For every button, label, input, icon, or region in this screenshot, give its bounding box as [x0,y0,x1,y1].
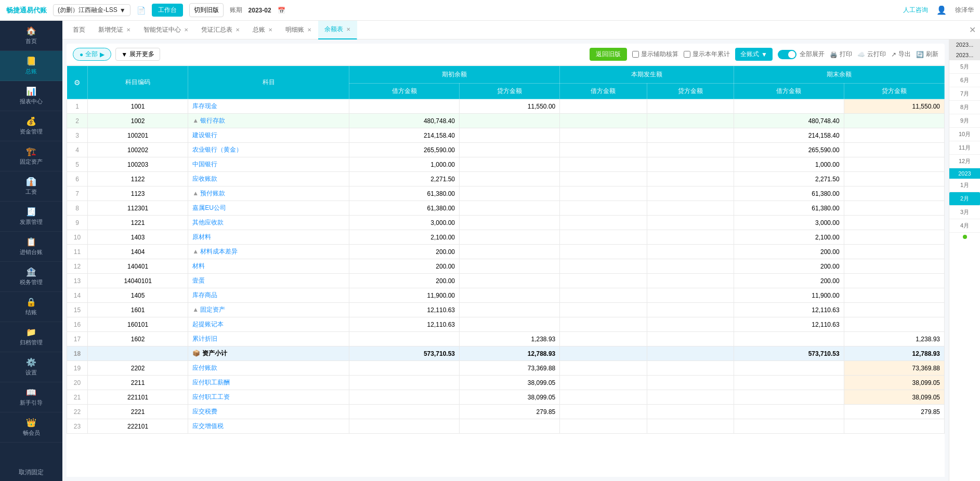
switch-version-button[interactable]: 切到旧版 [189,3,224,17]
workbench-button[interactable]: 工作台 [152,4,183,17]
account-name-link[interactable]: 应交增值税 [192,422,224,430]
account-name-link[interactable]: 材料成本差异 [200,248,238,255]
tab-voucher-summary-close[interactable]: ✕ [236,27,240,33]
account-name-link[interactable]: 应交税费 [192,408,217,415]
tab-general-ledger[interactable]: 总账 ✕ [246,21,279,39]
tab-balance-close[interactable]: ✕ [346,26,350,32]
row-name[interactable]: 原材料 [188,230,349,245]
sidebar-item-funds[interactable]: 💰 资金管理 [0,111,62,141]
tab-voucher-summary[interactable]: 凭证汇总表 ✕ [195,21,246,39]
show-aux-input[interactable] [632,51,639,58]
row-name[interactable]: 壹蛋 [188,274,349,288]
row-name[interactable]: 材料 [188,259,349,274]
cloud-print-button[interactable]: ☁️ 云打印 [857,50,886,59]
date-month-10[interactable]: 10月 [949,128,980,141]
date-year-prev2[interactable]: 2023... [949,50,980,60]
tab-home[interactable]: 首页 [67,21,92,39]
account-name-link[interactable]: 预付账款 [200,190,225,197]
account-name-link[interactable]: 建设银行 [192,131,217,139]
export-button[interactable]: ↗ 导出 [891,50,911,59]
expand-more-button[interactable]: ▼ 展开更多 [115,48,160,61]
sidebar-item-invoice[interactable]: 🧾 发票管理 [0,202,62,232]
tab-detail-ledger[interactable]: 明细账 ✕ [279,21,318,39]
account-name-link[interactable]: 应付职工工资 [192,393,230,400]
show-ytd-checkbox[interactable]: 显示本年累计 [684,50,730,59]
company-selector[interactable]: (勿删）江西融金-LSS ▼ [53,4,130,16]
tab-smart-voucher-close[interactable]: ✕ [184,27,188,33]
sidebar-item-ledger[interactable]: 📒 总账 [0,51,62,81]
tab-balance[interactable]: 余额表 ✕ [318,21,357,39]
date-month-2[interactable]: 2月 [949,192,980,206]
sidebar-item-reports[interactable]: 📊 报表中心 [0,81,62,111]
date-year-prev[interactable]: 2023... [949,39,980,50]
switch-track[interactable] [778,50,796,59]
account-name-link[interactable]: 累计折旧 [192,335,217,342]
account-name-link[interactable]: 应收账款 [192,175,217,182]
sidebar-item-assets[interactable]: 🏗️ 固定资产 [0,141,62,171]
expand-all-toggle[interactable]: 全部展开 [778,50,825,59]
account-name-link[interactable]: 材料 [192,262,205,270]
sidebar-item-close[interactable]: 🔒 结账 [0,292,62,322]
sidebar-item-sales[interactable]: 📋 进销台账 [0,232,62,262]
date-month-3[interactable]: 3月 [949,206,980,219]
row-name[interactable]: 嘉属EU公司 [188,201,349,216]
tab-new-voucher[interactable]: 新增凭证 ✕ [92,21,137,39]
account-name-link[interactable]: 固定资产 [200,306,225,313]
date-month-12[interactable]: 12月 [949,155,980,168]
account-name-link[interactable]: 壹蛋 [192,277,205,284]
sidebar-item-payroll[interactable]: 👔 工资 [0,171,62,202]
return-old-version-button[interactable]: 返回旧版 [590,48,627,61]
refresh-button[interactable]: 🔄 刷新 [916,50,938,59]
account-name-link[interactable]: 起提账记本 [192,320,224,328]
row-name[interactable]: 应付职工工资 [188,390,349,405]
row-name[interactable]: ▲ 材料成本差异 [188,245,349,259]
print-button[interactable]: 🖨️ 打印 [830,50,852,59]
account-name-link[interactable]: 农业银行（黄金） [192,146,242,153]
sidebar-item-home[interactable]: 🏠 首页 [0,21,62,51]
date-month-11[interactable]: 11月 [949,141,980,155]
row-name[interactable]: 累计折旧 [188,332,349,346]
row-name[interactable]: 建设银行 [188,128,349,143]
sidebar-item-archive[interactable]: 📁 归档管理 [0,322,62,352]
account-name-link[interactable]: 银行存款 [200,117,225,124]
sidebar-footer[interactable]: 取消固定 [0,464,62,481]
row-name[interactable]: 库存现金 [188,99,349,114]
filter-all-button[interactable]: ● 全部 ▶ [73,48,111,61]
date-month-8[interactable]: 8月 [949,101,980,114]
show-aux-checkbox[interactable]: 显示辅助核算 [632,50,678,59]
row-name[interactable]: ▲ 预付账款 [188,186,349,201]
tab-general-ledger-close[interactable]: ✕ [268,27,272,33]
date-year-2023[interactable]: 2023 [949,168,980,179]
account-name-link[interactable]: 应付账款 [192,364,217,371]
date-month-6[interactable]: 6月 [949,74,980,87]
date-month-1[interactable]: 1月 [949,179,980,192]
row-name[interactable]: 应付职工薪酬 [188,376,349,390]
sidebar-item-tax[interactable]: 🏦 税务管理 [0,262,62,292]
row-name[interactable]: 应收账款 [188,172,349,186]
consult-link[interactable]: 人工咨询 [903,6,928,15]
row-name[interactable]: 其他应收款 [188,216,349,230]
date-month-9[interactable]: 9月 [949,114,980,128]
sidebar-item-member[interactable]: 👑 畅会员 [0,412,62,443]
tab-new-voucher-close[interactable]: ✕ [126,27,130,33]
account-name-link[interactable]: 其他应收款 [192,219,224,226]
tab-bar-close-button[interactable]: ✕ [969,25,976,35]
row-name[interactable]: 中国银行 [188,157,349,172]
account-name-link[interactable]: 嘉属EU公司 [192,204,226,211]
balance-table-container[interactable]: ⚙ 科目编码 科目 期初余额 本期发生额 期末余额 借方金额 贷方金额 借方金额 [67,65,945,477]
full-mode-button[interactable]: 全账式 ▼ [735,48,773,61]
tab-smart-voucher[interactable]: 智能凭证中心 ✕ [137,21,195,39]
sidebar-item-guide[interactable]: 📖 新手引导 [0,382,62,412]
row-name[interactable]: 应付账款 [188,361,349,376]
tab-detail-ledger-close[interactable]: ✕ [307,27,311,33]
row-name[interactable]: ▲ 固定资产 [188,303,349,317]
row-name[interactable]: 库存商品 [188,288,349,303]
row-name[interactable]: 📦资产小计 [188,346,349,361]
date-month-4[interactable]: 4月 [949,219,980,233]
row-name[interactable]: 应交税费 [188,405,349,419]
date-month-7[interactable]: 7月 [949,87,980,101]
row-name[interactable]: 应交增值税 [188,419,349,434]
row-name[interactable]: 起提账记本 [188,317,349,332]
account-name-link[interactable]: 应付职工薪酬 [192,379,230,386]
date-month-5[interactable]: 5月 [949,60,980,74]
